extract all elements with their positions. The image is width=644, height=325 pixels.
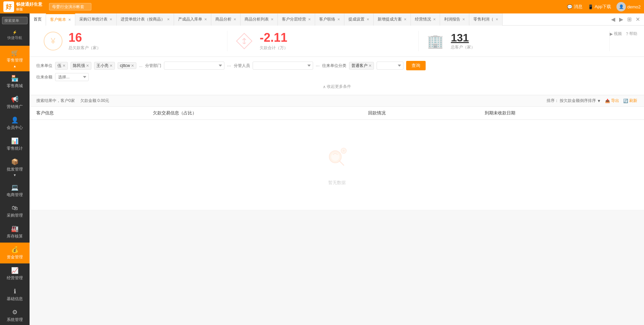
account-selector-wrapper[interactable]: 母婴行业演示帐套 [49, 3, 91, 10]
stat-info-customers: 16 总欠款客户（家） [69, 32, 101, 51]
col-repayment: 回款情况 [361, 107, 478, 120]
help-button[interactable]: ? 帮助 [626, 31, 637, 37]
tab-product-analysis[interactable]: 商品分析 ✕ [211, 13, 241, 26]
tab-new-promotion[interactable]: 新增提成方案 ✕ [374, 13, 411, 26]
avatar: 👤 [616, 2, 626, 11]
more-tags-button[interactable]: ... [139, 63, 142, 68]
tab-close-profit-report[interactable]: ✕ [462, 17, 465, 21]
tab-close-promotion-settings[interactable]: ✕ [367, 17, 369, 21]
sidebar-item-retail-stat[interactable]: 📊 零售统计 [0, 134, 30, 155]
collapse-button[interactable]: ∧ 收起更多条件 [323, 84, 351, 89]
tab-close-customer-contact[interactable]: ✕ [337, 17, 340, 21]
tab-customer-contact[interactable]: 客户联络 ✕ [315, 13, 344, 26]
person-selector[interactable] [253, 62, 313, 70]
purchase-icon: 🛍 [12, 205, 18, 212]
sidebar-item-inventory[interactable]: 🏭 库存核算 [0, 222, 30, 243]
app-wrapper: 好 畅捷通好生意 标版 母婴行业演示帐套 💬 消息 📱 App下载 👤 demo… [0, 0, 644, 325]
tab-bar: 首页 客户账本 ✕ 采购订单统计表 ✕ 进货单统计表（按商品） ✕ 产成品入库单… [30, 13, 644, 26]
tab-customer-balance[interactable]: 客户账本 ✕ [46, 13, 75, 26]
batch-expand-icon: ▼ [13, 173, 16, 177]
sidebar-item-marketing[interactable]: 📢 营销推广 [0, 92, 30, 113]
tab-product-inbound[interactable]: 产成品入库单 ✕ [174, 13, 211, 26]
tab-close-new-promotion[interactable]: ✕ [404, 17, 406, 21]
sidebar-item-system[interactable]: ⚙ 系统管理 [0, 305, 30, 325]
remove-category-tag[interactable]: ✕ [369, 64, 372, 68]
tab-purchase-order[interactable]: 采购订单统计表 ✕ [75, 13, 117, 26]
tab-close-operations[interactable]: ✕ [433, 17, 436, 21]
tab-profit-report[interactable]: 利润报告 ✕ [440, 13, 469, 26]
department-selector[interactable] [164, 62, 224, 70]
filter-tag-cjttcw: cjttcw ✕ [118, 62, 136, 69]
customers-number: 16 [69, 32, 101, 44]
tab-close-purchase-order[interactable]: ✕ [110, 17, 112, 21]
account-selector[interactable]: 母婴行业演示帐套 [49, 3, 91, 10]
tab-close-customer-balance[interactable]: ✕ [68, 18, 71, 22]
tab-purchase-stat[interactable]: 进货单统计表（按商品） ✕ [117, 13, 174, 26]
export-icon: 📤 [605, 99, 610, 103]
top-bar: 好 畅捷通好生意 标版 母婴行业演示帐套 💬 消息 📱 App下载 👤 demo… [0, 0, 644, 13]
tab-close-retail-profit[interactable]: ✕ [496, 17, 498, 21]
sidebar-item-retail-mgmt[interactable]: 🛒 零售管理 ▲ [0, 46, 30, 71]
tab-customer-segment[interactable]: 客户分层经营 ✕ [278, 13, 315, 26]
search-input[interactable] [2, 17, 28, 24]
quick-nav-button[interactable]: ⚡ 快捷导航 [0, 28, 30, 43]
tab-product-analysis-list[interactable]: 商品分析列表 ✕ [241, 13, 278, 26]
top-bar-right: 💬 消息 📱 App下载 👤 demo2 [567, 2, 641, 11]
message-icon: 💬 [567, 4, 572, 9]
person-more-btn[interactable]: ··· [316, 63, 320, 68]
department-selector-wrapper [164, 62, 224, 70]
results-bar: 搜索结果中，客户0家 欠款金额 0.00元 排序： 按欠款金额倒序排序 ▼ 📤 … [30, 95, 644, 107]
app-download-button[interactable]: 📱 App下载 [588, 4, 611, 10]
tab-close-product-inbound[interactable]: ✕ [204, 17, 207, 21]
sidebar-item-member[interactable]: 👤 会员中心 [0, 113, 30, 134]
person-label: 分管人员 [234, 63, 250, 69]
remove-cjttcw-tag[interactable]: ✕ [131, 64, 134, 68]
tab-more-button[interactable]: ⊞ [626, 15, 633, 23]
tab-operations[interactable]: 经营情况 ✕ [411, 13, 440, 26]
query-button[interactable]: 查询 [406, 61, 426, 70]
sidebar-item-retail-mall[interactable]: 🏪 零售商城 [0, 71, 30, 92]
remove-wang-tag[interactable]: ✕ [110, 64, 113, 68]
export-button[interactable]: 📤 导出 [605, 98, 619, 104]
tab-home[interactable]: 首页 [30, 13, 46, 26]
ecommerce-icon: 💻 [11, 184, 18, 191]
sidebar-item-purchase[interactable]: 🛍 采购管理 [0, 201, 30, 222]
tab-next-button[interactable]: ▶ [618, 15, 625, 23]
stat-icon-debt [234, 31, 254, 51]
tab-close-product-analysis[interactable]: ✕ [233, 17, 236, 21]
tab-close-customer-segment[interactable]: ✕ [308, 17, 311, 21]
sort-button[interactable]: 排序： 按欠款金额倒序排序 ▼ [547, 98, 601, 104]
tab-retail-profit[interactable]: 零售利润（ ✕ [469, 13, 503, 26]
user-menu[interactable]: 👤 demo2 [616, 2, 641, 11]
total-number: 131 [451, 32, 475, 43]
main-content: 首页 客户账本 ✕ 采购订单统计表 ✕ 进货单统计表（按商品） ✕ 产成品入库单… [30, 13, 644, 325]
tab-close-all-button[interactable]: ✕ [634, 15, 641, 23]
retail-stat-icon: 📊 [11, 137, 18, 145]
tab-close-purchase-stat[interactable]: ✕ [167, 17, 170, 21]
messages-button[interactable]: 💬 消息 [567, 4, 583, 10]
remove-unit-tag[interactable]: ✕ [62, 64, 66, 68]
collapse-icon: ∧ [323, 84, 326, 89]
stat-card-total: 🏢 131 总客户（家） [419, 31, 610, 51]
retail-mgmt-icon: 🛒 [11, 49, 18, 57]
results-amount: 欠款金额 0.00元 [80, 98, 110, 104]
video-button[interactable]: ▶ 视频 [610, 31, 622, 37]
sidebar-item-finance[interactable]: 💰 资金管理 [0, 243, 30, 263]
surplus-selector[interactable]: 选择... [55, 73, 89, 81]
department-more-btn[interactable]: ··· [227, 63, 231, 68]
customers-circle-icon: ¥ [44, 32, 62, 50]
sidebar-item-ecommerce[interactable]: 💻 电商管理 [0, 180, 30, 201]
category-selector[interactable] [377, 62, 403, 70]
sidebar-item-basic-info[interactable]: ℹ 基础信息 [0, 284, 30, 305]
refresh-button[interactable]: 🔄 刷新 [623, 98, 637, 104]
sidebar-item-batch-mgmt[interactable]: 📦 批发管理 ▼ [0, 155, 30, 180]
sidebar: ⚡ 快捷导航 🛒 零售管理 ▲ 🏪 零售商城 📢 营销推广 👤 会员中心 [0, 13, 30, 325]
stat-info-debt: -2.11 欠款合计（万） [260, 32, 288, 51]
tab-close-product-analysis-list[interactable]: ✕ [271, 17, 273, 21]
tab-promotion-settings[interactable]: 提成设置 ✕ [344, 13, 374, 26]
sidebar-item-operations[interactable]: 📈 经营管理 [0, 263, 30, 284]
basic-info-icon: ℹ [14, 288, 16, 295]
tab-prev-button[interactable]: ◀ [610, 15, 616, 23]
member-icon: 👤 [11, 116, 18, 124]
remove-chen-tag[interactable]: ✕ [86, 64, 89, 68]
